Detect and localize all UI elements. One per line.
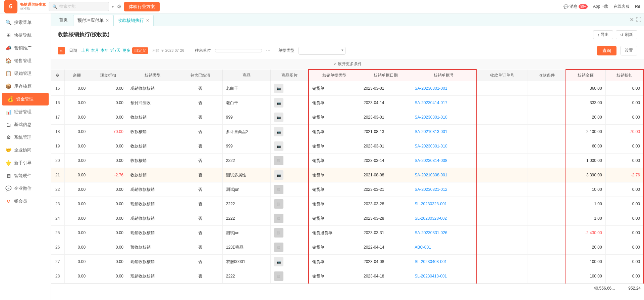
cell-verify-amount: 100.00 bbox=[566, 269, 605, 284]
cell-receipt-condition bbox=[528, 182, 566, 197]
cell-verify-bill-no[interactable]: SL-20230328-001 bbox=[411, 197, 477, 211]
export-button[interactable]: ↑ 导出 bbox=[593, 30, 613, 39]
sidebar-item-guide[interactable]: 🌟 新手引导 bbox=[0, 157, 51, 169]
cell-row-num: 27 bbox=[51, 255, 64, 269]
tab-prepay[interactable]: 预付冲应付单 ✕ bbox=[73, 15, 113, 26]
product-img: 📷 bbox=[274, 141, 283, 151]
cell-verify-bill-no[interactable]: SA-20230331-026 bbox=[411, 226, 477, 240]
sidebar-item-member[interactable]: V 畅会员 bbox=[0, 195, 51, 208]
cell-product-img: 📷 bbox=[271, 125, 309, 139]
cell-receipt-condition bbox=[528, 255, 566, 269]
col-verify-amount-header: 核销金额 bbox=[566, 70, 605, 81]
sidebar-item-inventory[interactable]: 📦 库存核算 bbox=[0, 80, 51, 93]
cell-receipt-order-no bbox=[476, 240, 528, 255]
cell-receipt-order-no bbox=[476, 125, 528, 139]
cell-verify-bill-no[interactable]: SL-20230418-001 bbox=[411, 269, 477, 284]
cell-verify-bill-no[interactable]: SA-20230301-010 bbox=[411, 110, 477, 125]
cell-verify-bill-date: 2023-04-08 bbox=[360, 255, 411, 269]
sidebar-item-sales[interactable]: 🏠 销售管理 bbox=[0, 54, 51, 67]
sidebar-item-operation[interactable]: 📊 经营管理 bbox=[0, 105, 51, 118]
cell-verify-bill-no[interactable]: ABC-001 bbox=[411, 240, 477, 255]
product-img: 📷 bbox=[274, 113, 283, 122]
cell-verify-discount: 0.00 bbox=[605, 154, 644, 168]
cell-verify-bill-no[interactable]: SA-20230321-012 bbox=[411, 182, 477, 197]
cell-receipt-order-no bbox=[476, 96, 528, 110]
cell-receipt-order-no bbox=[476, 81, 528, 96]
sidebar-item-enterprise[interactable]: 🤝 企业协同 bbox=[0, 144, 51, 157]
sidebar-label-marketing: 营销推广 bbox=[14, 45, 32, 51]
tab-verify-close[interactable]: ✕ bbox=[146, 18, 149, 23]
cell-verify-discount: 0.00 bbox=[605, 269, 644, 284]
product-img: 🖼 bbox=[274, 156, 283, 165]
table-row: 26 0.00 0.00 预收款核销 否 123D商品 🖼 销货单 2022-0… bbox=[51, 240, 644, 255]
cell-verify-type: 预付冲应收 bbox=[127, 96, 178, 110]
partner-dots[interactable]: ··· bbox=[266, 48, 270, 54]
sidebar-item-purchase[interactable]: 📋 采购管理 bbox=[0, 67, 51, 80]
date-option-7days[interactable]: 近7天 bbox=[110, 48, 121, 53]
solution-button[interactable]: 体验行业方案 bbox=[124, 2, 160, 11]
tab-bar-close-icon[interactable]: ✕ bbox=[630, 16, 634, 23]
cell-verify-bill-no[interactable]: SA-20230301-001 bbox=[411, 81, 477, 96]
sidebar-item-capital[interactable]: 💰 资金管理 bbox=[2, 93, 49, 105]
table-row: 27 0.00 0.00 现销收款核销 否 衣服00001 📷 销货单 2023… bbox=[51, 255, 644, 269]
more-conditions-bar[interactable]: ∨ 展开更多条件 bbox=[51, 59, 644, 69]
cell-verify-bill-type: 销货单 bbox=[309, 211, 360, 226]
cell-include-settled: 否 bbox=[178, 154, 223, 168]
date-option-last-month[interactable]: 上月 bbox=[81, 48, 89, 53]
query-button[interactable]: 查询 bbox=[597, 46, 616, 55]
user-name[interactable]: Rit bbox=[635, 4, 640, 9]
message-icon[interactable]: 💬 消息 99+ bbox=[564, 4, 588, 9]
dropdown-arrow[interactable]: ▾ bbox=[112, 4, 114, 9]
date-option-this-month[interactable]: 本月 bbox=[91, 48, 99, 53]
cell-verify-bill-no[interactable]: SA-20210813-001 bbox=[411, 125, 477, 139]
sidebar-item-system[interactable]: ⚙ 系统管理 bbox=[0, 131, 51, 144]
sidebar-item-hardware[interactable]: 🖥 智能硬件 bbox=[0, 169, 51, 182]
cell-verify-bill-no[interactable]: SA-20230414-017 bbox=[411, 96, 477, 110]
brand-sub: 标准版 bbox=[20, 7, 46, 11]
sidebar-item-shortcut[interactable]: ⊞ 快捷导航 bbox=[0, 29, 51, 42]
cell-product: 2222 bbox=[222, 269, 270, 284]
cell-product-img: 📷 bbox=[271, 96, 309, 110]
date-option-more[interactable]: 更多 bbox=[122, 48, 130, 53]
online-service-link[interactable]: 在线客服 bbox=[613, 4, 630, 9]
refresh-button[interactable]: ↺ 刷新 bbox=[616, 30, 637, 39]
sidebar-label-wechat: 企业微信 bbox=[14, 185, 32, 191]
date-option-this-year[interactable]: 本年 bbox=[101, 48, 109, 53]
tab-home[interactable]: 首页 bbox=[54, 13, 73, 26]
sidebar-item-search[interactable]: 🔍 搜索菜单 bbox=[0, 16, 51, 29]
tab-bar-expand-icon[interactable]: ⛶ bbox=[636, 17, 641, 23]
tab-verify[interactable]: 收款核销执行 ✕ bbox=[113, 15, 154, 26]
cell-verify-bill-no[interactable]: SL-20230408-001 bbox=[411, 255, 477, 269]
cell-product: 多计量商品2 bbox=[222, 125, 270, 139]
date-range: 不限 至 2023-07-26 bbox=[152, 48, 184, 53]
cell-verify-bill-type: 销货单 bbox=[309, 168, 360, 182]
partner-input[interactable] bbox=[215, 49, 262, 52]
table-container[interactable]: ⚙ 余额 现金折扣 核销类型 包含已结清 商品 商品图片 核销单据类型 核销单据… bbox=[51, 69, 644, 300]
cell-verify-bill-no[interactable]: SL-20230328-002 bbox=[411, 211, 477, 226]
basic-icon: 🗂 bbox=[5, 122, 11, 128]
cell-product-img: 🖼 bbox=[271, 182, 309, 197]
cell-verify-bill-no[interactable]: SA-20230314-008 bbox=[411, 154, 477, 168]
bill-type-select[interactable] bbox=[299, 47, 345, 55]
sidebar-item-basic[interactable]: 🗂 基础信息 bbox=[0, 118, 51, 131]
shortcut-icon: ⊞ bbox=[5, 32, 11, 38]
sidebar-item-marketing[interactable]: 📣 营销推广 bbox=[0, 42, 51, 54]
cell-verify-bill-no[interactable]: SA-20230301-010 bbox=[411, 139, 477, 154]
settings-button[interactable]: 设置 bbox=[621, 46, 637, 55]
sidebar-label-inventory: 库存核算 bbox=[14, 83, 32, 89]
sidebar-item-wechat[interactable]: 💬 企业微信 bbox=[0, 182, 51, 195]
cell-verify-bill-no[interactable]: SA-20210808-001 bbox=[411, 168, 477, 182]
tab-prepay-close[interactable]: ✕ bbox=[106, 18, 109, 23]
product-img: 🖼 bbox=[274, 243, 283, 252]
app-download-link[interactable]: App下载 bbox=[593, 4, 608, 9]
col-settings[interactable]: ⚙ bbox=[51, 70, 64, 81]
cell-verify-bill-date: 2022-04-14 bbox=[360, 240, 411, 255]
settings-icon[interactable]: ⚙ bbox=[117, 3, 121, 10]
col-verify-discount-header: 核销折扣 bbox=[605, 70, 644, 81]
table-settings-icon[interactable]: ⚙ bbox=[56, 73, 59, 78]
filter-expand-button[interactable]: » bbox=[58, 47, 65, 54]
cell-cash-discount: 0.00 bbox=[89, 96, 127, 110]
verify-amount-total: 40,556,66... bbox=[594, 286, 615, 291]
cell-product-img: 📷 bbox=[271, 168, 309, 182]
date-option-custom[interactable]: 自定义 bbox=[132, 47, 148, 54]
